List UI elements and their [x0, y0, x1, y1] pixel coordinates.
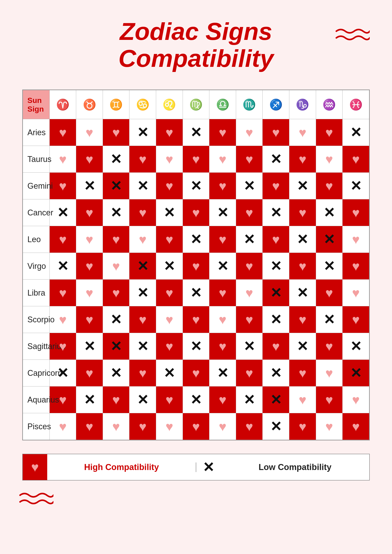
heart-icon: ♥	[59, 153, 67, 166]
heart-icon: ♥	[112, 393, 120, 406]
cross-icon: ✕	[110, 206, 122, 220]
legend-cross-icon: ✕	[203, 459, 214, 475]
sign-label-capricorn: Capricorn	[23, 360, 50, 386]
wavy-decoration-bottom-left	[18, 491, 53, 509]
table-row: Pisces♥♥♥♥♥♥♥♥✕♥♥♥	[23, 413, 369, 440]
cell: ♥	[103, 386, 129, 413]
heart-icon: ♥	[139, 367, 147, 379]
legend-low-label: Low Compatibility	[221, 463, 369, 472]
heart-icon: ♥	[59, 393, 67, 406]
heart-icon: ♥	[325, 153, 333, 166]
heart-icon: ♥	[352, 233, 359, 246]
cell: ✕	[183, 333, 209, 360]
cross-icon: ✕	[323, 206, 335, 220]
heart-icon: ♥	[85, 260, 93, 273]
cell: ♥	[76, 119, 103, 146]
sign-label-gemini: Gemini	[23, 173, 50, 199]
cross-icon: ✕	[163, 366, 175, 380]
cell: ✕	[263, 146, 289, 173]
cell: ♥	[156, 119, 183, 146]
heart-icon: ♥	[112, 260, 120, 273]
table-row: Scorpio♥♥✕♥♥♥♥♥✕♥✕♥	[23, 306, 369, 333]
cell: ✕	[76, 333, 103, 360]
cell: ♥	[156, 146, 183, 173]
cross-icon: ✕	[244, 339, 255, 353]
cross-icon: ✕	[163, 259, 175, 273]
heart-icon: ♥	[85, 367, 93, 379]
scorpio-symbol: ♏	[236, 90, 263, 119]
gemini-symbol: ♊	[103, 90, 129, 119]
cell: ♥	[103, 226, 129, 253]
heart-icon: ♥	[112, 126, 120, 139]
cell: ✕	[289, 280, 316, 306]
legend-heart-box: ♥	[23, 454, 47, 480]
cell: ♥	[316, 360, 343, 386]
cross-icon: ✕	[217, 259, 229, 273]
cell: ♥	[263, 119, 289, 146]
cell: ♥	[289, 253, 316, 280]
cell: ✕	[103, 199, 129, 226]
sign-label-aquarius: Aquarius	[23, 386, 50, 413]
cell: ✕	[263, 253, 289, 280]
sign-label-sagittarius: Sagittarius	[23, 333, 50, 360]
cell: ♥	[343, 386, 369, 413]
cell: ✕	[129, 280, 156, 306]
heart-icon: ♥	[219, 287, 226, 299]
table-row: Aries♥♥♥✕♥✕♥♥♥♥♥✕	[23, 119, 369, 146]
cell: ✕	[129, 119, 156, 146]
heart-icon: ♥	[219, 153, 226, 166]
cell: ♥	[129, 226, 156, 253]
cross-icon: ✕	[57, 366, 69, 380]
cross-icon: ✕	[57, 259, 69, 273]
cell: ♥	[129, 413, 156, 440]
heart-icon: ♥	[299, 206, 306, 219]
heart-icon: ♥	[219, 180, 226, 192]
sign-label-taurus: Taurus	[23, 146, 50, 173]
heart-icon: ♥	[325, 340, 333, 353]
heart-icon: ♥	[272, 340, 280, 353]
cell: ♥	[209, 386, 236, 413]
cell: ♥	[209, 333, 236, 360]
cell: ♥	[263, 226, 289, 253]
heart-icon: ♥	[85, 313, 93, 326]
cell: ✕	[103, 333, 129, 360]
heart-icon: ♥	[59, 420, 67, 433]
cross-icon: ✕	[297, 232, 308, 246]
heart-icon: ♥	[325, 126, 333, 139]
heart-icon: ♥	[192, 420, 200, 433]
cross-icon: ✕	[217, 206, 229, 220]
cell: ♥	[343, 226, 369, 253]
cell: ✕	[103, 146, 129, 173]
cell: ♥	[289, 413, 316, 440]
cell: ✕	[129, 253, 156, 280]
heart-icon: ♥	[85, 233, 93, 246]
heart-icon: ♥	[219, 313, 226, 326]
heart-icon: ♥	[139, 206, 147, 219]
legend-high-label: High Compatibility	[47, 463, 196, 472]
sign-label-cancer: Cancer	[23, 199, 50, 226]
heart-icon: ♥	[325, 367, 333, 379]
heart-icon: ♥	[325, 420, 333, 433]
cell: ✕	[343, 333, 369, 360]
heart-icon: ♥	[272, 126, 280, 139]
cell: ✕	[343, 360, 369, 386]
taurus-symbol: ♉	[76, 90, 103, 119]
heart-icon: ♥	[59, 233, 67, 246]
cross-icon: ✕	[270, 366, 282, 380]
cell: ♥	[316, 146, 343, 173]
cross-icon: ✕	[297, 339, 308, 353]
cell: ♥	[316, 413, 343, 440]
cell: ✕	[289, 173, 316, 199]
cross-icon: ✕	[57, 206, 69, 220]
cell: ♥	[289, 199, 316, 226]
cross-icon: ✕	[244, 232, 255, 246]
cross-icon: ✕	[323, 313, 335, 327]
cross-icon: ✕	[137, 339, 148, 353]
cell: ✕	[156, 199, 183, 226]
table-row: Capricorn✕♥✕♥✕♥✕♥✕♥♥✕	[23, 360, 369, 386]
heart-icon: ♥	[166, 153, 173, 166]
cell: ♥	[209, 306, 236, 333]
cell: ✕	[343, 119, 369, 146]
legend: ♥ High Compatibility ✕ Low Compatibility	[22, 454, 370, 480]
cell: ♥	[263, 333, 289, 360]
